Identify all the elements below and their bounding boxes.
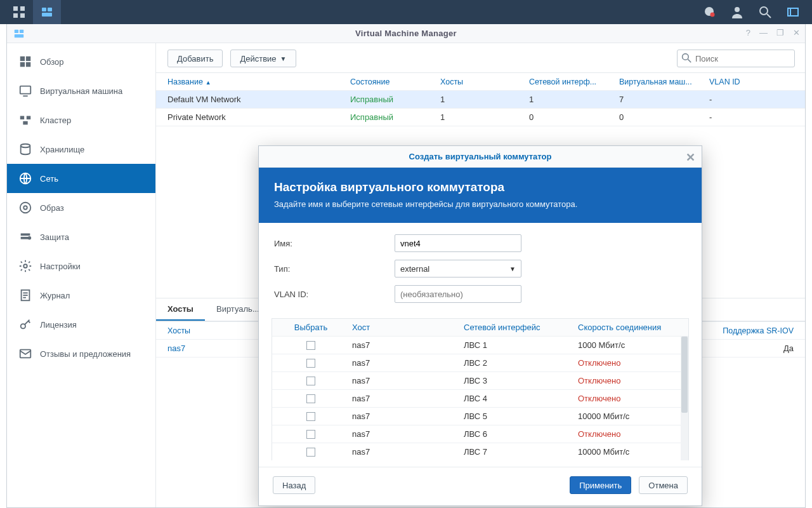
chevron-down-icon: ▼ (509, 265, 516, 272)
dialog-hero-heading: Настройка виртуального коммутатора (274, 180, 686, 194)
name-label: Имя: (274, 239, 395, 248)
vlan-label: VLAN ID: (274, 290, 395, 299)
vswitch-name-input[interactable] (395, 234, 521, 252)
type-label: Тип: (274, 264, 395, 274)
cell-speed: Отключено (578, 358, 686, 368)
iface-row[interactable]: nas7ЛВС 2Отключено (272, 354, 688, 372)
cell-host: nas7 (350, 376, 464, 385)
cell-host: nas7 (350, 447, 464, 457)
iface-row[interactable]: nas7ЛВС 11000 Мбит/с (272, 337, 688, 354)
row-checkbox[interactable] (306, 359, 315, 368)
dialog-hero: Настройка виртуального коммутатора Задай… (259, 168, 702, 223)
type-select[interactable]: external ▼ (395, 260, 521, 277)
cell-speed: 1000 Мбит/с (578, 340, 686, 350)
cell-host: nas7 (350, 411, 464, 421)
vlan-input[interactable] (395, 285, 521, 303)
iface-row[interactable]: nas7ЛВС 6Отключено (272, 425, 688, 443)
row-checkbox[interactable] (306, 341, 315, 350)
interface-table: Выбрать Хост Сетевой интерфейс Скорость … (272, 318, 689, 460)
dialog-title-text: Создать виртуальный коммутатор (409, 152, 552, 161)
iface-row[interactable]: nas7ЛВС 4Отключено (272, 390, 688, 408)
cell-host: nas7 (350, 340, 464, 350)
iface-scroll[interactable]: nas7ЛВС 11000 Мбит/сnas7ЛВС 2Отключеноna… (272, 337, 688, 460)
cell-iface: ЛВС 2 (464, 358, 578, 368)
cell-host: nas7 (350, 358, 464, 368)
dialog-hero-sub: Задайте имя и выберите сетевые интерфейс… (274, 199, 686, 209)
cancel-button[interactable]: Отмена (639, 476, 688, 494)
dialog-close-icon[interactable]: ✕ (686, 150, 695, 164)
dialog-mask: Создать виртуальный коммутатор ✕ Настрой… (0, 0, 812, 508)
scrollbar[interactable] (681, 337, 688, 460)
cell-iface: ЛВС 6 (464, 429, 578, 439)
iface-row[interactable]: nas7ЛВС 510000 Мбит/с (272, 408, 688, 425)
back-button[interactable]: Назад (273, 476, 315, 494)
col-host[interactable]: Хост (350, 323, 464, 332)
row-checkbox[interactable] (306, 430, 315, 439)
cell-speed: 10000 Мбит/с (578, 447, 686, 457)
cell-host: nas7 (350, 429, 464, 439)
iface-head: Выбрать Хост Сетевой интерфейс Скорость … (272, 319, 688, 337)
dialog-buttonbar: Назад Применить Отмена (259, 467, 702, 505)
cell-iface: ЛВС 7 (464, 447, 578, 457)
apply-button[interactable]: Применить (570, 476, 631, 494)
cell-iface: ЛВС 1 (464, 340, 578, 350)
create-vswitch-dialog: Создать виртуальный коммутатор ✕ Настрой… (258, 145, 702, 506)
col-iface[interactable]: Сетевой интерфейс (464, 323, 578, 332)
cell-iface: ЛВС 5 (464, 411, 578, 421)
cell-iface: ЛВС 4 (464, 394, 578, 403)
cell-iface: ЛВС 3 (464, 376, 578, 385)
dialog-form: Имя: Тип: external ▼ VLAN ID: (259, 223, 702, 314)
cell-speed: Отключено (578, 394, 686, 403)
row-checkbox[interactable] (306, 412, 315, 421)
col-select[interactable]: Выбрать (272, 323, 350, 332)
row-checkbox[interactable] (306, 377, 315, 385)
cell-host: nas7 (350, 394, 464, 403)
col-speed[interactable]: Скорость соединения (578, 323, 686, 332)
row-checkbox[interactable] (306, 448, 315, 457)
cell-speed: Отключено (578, 376, 686, 385)
scrollbar-thumb[interactable] (681, 337, 688, 413)
iface-row[interactable]: nas7ЛВС 710000 Мбит/с (272, 443, 688, 460)
cell-speed: Отключено (578, 429, 686, 439)
iface-row[interactable]: nas7ЛВС 3Отключено (272, 372, 688, 390)
dialog-titlebar: Создать виртуальный коммутатор ✕ (259, 146, 702, 168)
type-value: external (400, 264, 429, 274)
row-checkbox[interactable] (306, 394, 315, 403)
cell-speed: 10000 Мбит/с (578, 411, 686, 421)
